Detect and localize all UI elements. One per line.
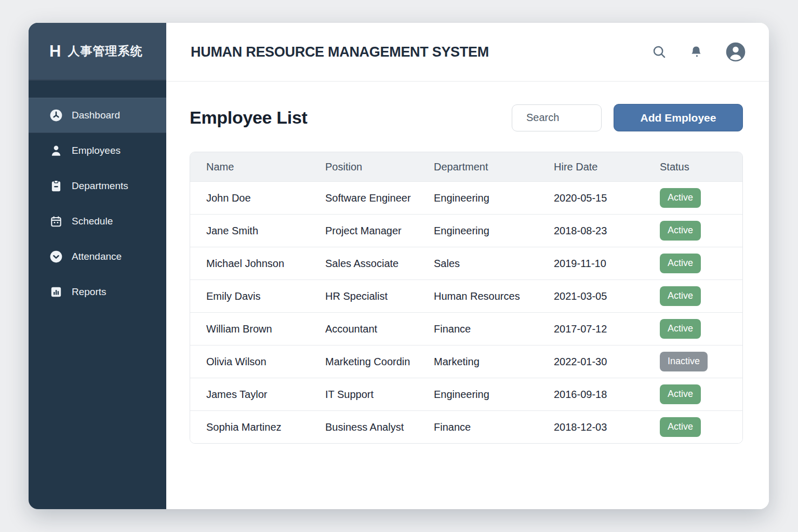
employee-department: Finance (434, 421, 554, 433)
employee-name: Michael Johnson (206, 258, 325, 270)
toolbar-actions: Add Employee (512, 104, 743, 131)
add-employee-button[interactable]: Add Employee (614, 104, 743, 131)
table-row: Olivia Wilson Marketing Coordin Marketin… (190, 345, 742, 378)
employee-name: William Brown (206, 323, 325, 335)
employee-position: Sales Associate (325, 258, 434, 270)
content-area: Employee List Add Employee Name Position… (166, 82, 769, 444)
bell-icon[interactable] (689, 45, 703, 59)
search-input[interactable] (512, 104, 602, 131)
sidebar: H 人事管理系统 Dashboard Employees (29, 23, 166, 509)
sidebar-item-dashboard[interactable]: Dashboard (29, 98, 166, 133)
table-row: John Doe Software Engineer Engineering 2… (190, 181, 742, 214)
user-avatar-icon[interactable] (725, 42, 746, 62)
employee-hire-date: 2018-12-03 (554, 421, 660, 433)
table-row: William Brown Accountant Finance 2017-07… (190, 312, 742, 345)
sidebar-item-label: Attendance (72, 251, 122, 262)
logo-text: 人事管理系统 (68, 43, 142, 59)
app-window: H 人事管理系统 Dashboard Employees (29, 23, 769, 509)
status-badge: Active (660, 221, 701, 241)
employee-hire-date: 2019-11-10 (554, 258, 660, 270)
status-badge: Active (660, 254, 701, 273)
employee-department: Engineering (434, 225, 554, 237)
table-row: Emily Davis HR Specialist Human Resource… (190, 280, 742, 312)
page-title: Employee List (190, 108, 308, 128)
column-header-department: Department (434, 161, 554, 173)
employee-name: Olivia Wilson (206, 356, 325, 368)
toolbar: Employee List Add Employee (190, 104, 743, 131)
app-title: HUMAN RESOURCE MANAGEMENT SYSTEM (191, 44, 489, 60)
employee-department: Human Resources (434, 290, 554, 302)
header-actions (651, 42, 746, 62)
table-row: Sophia Martinez Business Analyst Finance… (190, 410, 742, 443)
table-row: James Taylor IT Support Engineering 2016… (190, 378, 742, 410)
employee-name: Sophia Martinez (206, 421, 325, 433)
status-badge: Active (660, 188, 701, 208)
employee-position: Project Manager (325, 225, 434, 237)
employee-department: Marketing (434, 356, 554, 368)
employee-name: Jane Smith (206, 225, 325, 237)
person-icon (49, 144, 63, 157)
sidebar-item-attendance[interactable]: Attendance (29, 239, 166, 274)
employee-hire-date: 2022-01-30 (554, 356, 660, 368)
search-icon[interactable] (651, 44, 667, 60)
employee-hire-date: 2017-07-12 (554, 323, 660, 335)
sidebar-item-label: Departments (72, 180, 128, 192)
employee-department: Sales (434, 258, 554, 270)
employee-hire-date: 2021-03-05 (554, 290, 660, 302)
employee-department: Finance (434, 323, 554, 335)
top-header: HUMAN RESOURCE MANAGEMENT SYSTEM (166, 23, 769, 82)
status-badge: Inactive (660, 352, 708, 371)
status-badge: Active (660, 319, 701, 339)
sidebar-item-label: Schedule (72, 216, 113, 227)
sidebar-item-reports[interactable]: Reports (29, 274, 166, 310)
sidebar-nav: Dashboard Employees Departments (29, 98, 166, 310)
table-header-row: Name Position Department Hire Date Statu… (190, 152, 742, 181)
desktop-background: H 人事管理系统 Dashboard Employees (0, 0, 798, 532)
bar-chart-icon (49, 285, 63, 299)
table-row: Jane Smith Project Manager Engineering 2… (190, 214, 742, 247)
employee-name: James Taylor (206, 389, 325, 401)
main-area: HUMAN RESOURCE MANAGEMENT SYSTEM Employe… (166, 23, 769, 509)
employee-department: Engineering (434, 192, 554, 204)
employee-position: IT Support (325, 389, 434, 401)
sidebar-item-label: Dashboard (72, 110, 120, 121)
table-row: Michael Johnson Sales Associate Sales 20… (190, 247, 742, 280)
calendar-icon (49, 215, 63, 228)
status-badge: Active (660, 286, 701, 306)
sidebar-item-employees[interactable]: Employees (29, 133, 166, 168)
status-badge: Active (660, 417, 701, 437)
employee-name: John Doe (206, 192, 325, 204)
employee-hire-date: 2020-05-15 (554, 192, 660, 204)
logo-mark: H (49, 42, 61, 61)
employee-position: Accountant (325, 323, 434, 335)
app-logo: H 人事管理系统 (29, 23, 166, 81)
employee-hire-date: 2018-08-23 (554, 225, 660, 237)
clock-icon (49, 109, 63, 122)
employee-position: HR Specialist (325, 290, 434, 302)
employee-name: Emily Davis (206, 290, 325, 302)
sidebar-item-departments[interactable]: Departments (29, 168, 166, 204)
sidebar-item-label: Employees (72, 145, 121, 156)
sidebar-item-label: Reports (72, 286, 107, 298)
column-header-position: Position (325, 161, 434, 173)
sidebar-item-schedule[interactable]: Schedule (29, 204, 166, 239)
employee-position: Business Analyst (325, 421, 434, 433)
status-badge: Active (660, 384, 701, 404)
employee-department: Engineering (434, 389, 554, 401)
column-header-hire-date: Hire Date (554, 161, 660, 173)
check-circle-icon (49, 250, 63, 263)
column-header-status: Status (660, 161, 742, 173)
employee-position: Software Engineer (325, 192, 434, 204)
column-header-name: Name (206, 161, 325, 173)
clipboard-icon (49, 179, 63, 193)
employee-hire-date: 2016-09-18 (554, 389, 660, 401)
employee-position: Marketing Coordin (325, 356, 434, 368)
employee-table: Name Position Department Hire Date Statu… (190, 152, 743, 444)
